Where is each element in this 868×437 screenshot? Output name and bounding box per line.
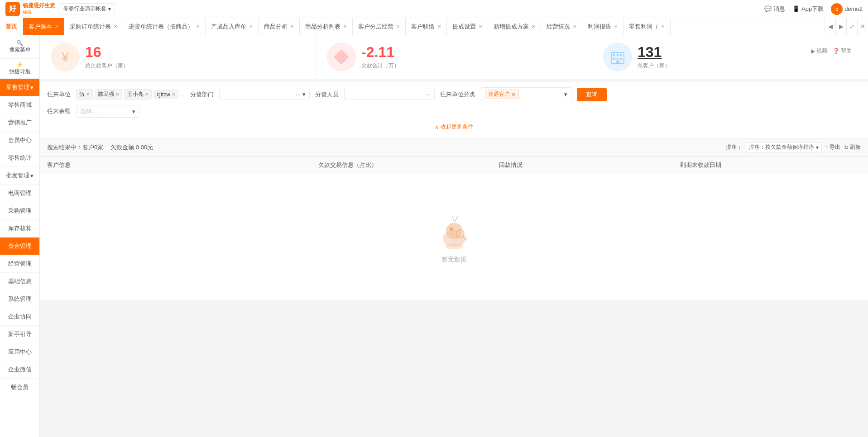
tag-close-wu[interactable]: ✕ xyxy=(86,92,90,97)
sidebar-quick-nav[interactable]: ⚡ 快捷导航 xyxy=(0,59,39,79)
tab-close-icon[interactable]: ✕ xyxy=(573,24,576,29)
tab-close-icon[interactable]: ✕ xyxy=(532,24,535,29)
tab-home[interactable]: 首页 xyxy=(0,18,23,35)
sidebar-item-finance[interactable]: 资金管理 xyxy=(0,238,39,255)
tab-close-icon[interactable]: ✕ xyxy=(396,24,400,29)
sidebar-item-basic-info[interactable]: 基础信息 xyxy=(0,273,39,290)
nav-close-all-btn[interactable]: ✕ xyxy=(857,18,868,35)
tab-operation-status[interactable]: 经营情况 ✕ xyxy=(541,18,582,35)
filter-balance-select[interactable]: 选择... ▾ xyxy=(76,105,139,118)
sidebar-item-ecommerce[interactable]: 电商管理 xyxy=(0,185,39,202)
results-summary: 搜索结果中：客户0家 欠款金额 0.00元 xyxy=(47,143,153,152)
refresh-btn[interactable]: ↻ 刷新 xyxy=(844,143,861,151)
tab-close-icon[interactable]: ✕ xyxy=(479,24,482,29)
sidebar-item-wechat-work[interactable]: 企业微信 xyxy=(0,361,39,379)
filter-person-select[interactable]: ··· xyxy=(344,89,435,100)
sidebar-item-marketing[interactable]: 营销推广 xyxy=(0,114,39,132)
nav-arrows: ◀ ▶ ⤢ ✕ xyxy=(825,18,868,35)
tab-close-icon[interactable]: ✕ xyxy=(437,24,441,29)
tab-new-remind[interactable]: 新增提成方案 ✕ xyxy=(488,18,541,35)
sidebar-item-operation-mgmt[interactable]: 经营管理 xyxy=(0,255,39,273)
sidebar-item-retail-stat[interactable]: 零售统计 xyxy=(0,149,39,167)
nav-expand-btn[interactable]: ⤢ xyxy=(846,18,857,35)
filter-balance-label: 往来余额 xyxy=(47,107,71,115)
sidebar-item-inventory[interactable]: 库存核算 xyxy=(0,220,39,238)
tab-close-icon[interactable]: ✕ xyxy=(614,24,618,29)
filter-unit-tags: 伍 ✕ 陈民强 ✕ 王小亮 ✕ cjttcw ✕ ... xyxy=(76,89,185,100)
tab-close-icon[interactable]: ✕ xyxy=(196,24,200,29)
sidebar-item-purchase-mgmt[interactable]: 采购管理 xyxy=(0,202,39,220)
help-btn[interactable]: ❓ 帮助 xyxy=(833,47,852,55)
sidebar-item-retail-mall[interactable]: 零售商城 xyxy=(0,96,39,114)
tab-customer-tier[interactable]: 客户分层经营 ✕ xyxy=(353,18,406,35)
chevron-down-icon: ▾ xyxy=(108,6,111,12)
chevron-icon: ▾ xyxy=(30,172,34,179)
svg-rect-5 xyxy=(613,58,615,60)
tag-close-chen[interactable]: ✕ xyxy=(115,92,119,97)
tab-retail-profit[interactable]: 零售利润（ ✕ xyxy=(623,18,671,35)
results-amount-text: 欠款金额 0.00元 xyxy=(110,143,153,152)
play-icon: ▶ xyxy=(811,48,815,54)
sidebar-item-retail-mgmt[interactable]: 零售管理 ▾ xyxy=(0,79,39,96)
filter-row-2: 往来余额 选择... ▾ xyxy=(47,105,861,118)
tab-close-icon[interactable]: ✕ xyxy=(343,24,347,29)
tag-close-normal[interactable]: ✕ xyxy=(511,91,516,98)
tab-close-icon[interactable]: ✕ xyxy=(661,24,665,29)
tab-purchase-order[interactable]: 采购订单统计表 ✕ xyxy=(64,18,123,35)
tab-customer-book[interactable]: 客户账本 ✕ xyxy=(23,18,64,35)
stats-row: ¥ 16 总欠款客户（家） -2.1 xyxy=(40,35,868,79)
filter-more-btn[interactable]: ... xyxy=(180,91,185,98)
tag-close-wang[interactable]: ✕ xyxy=(145,92,149,97)
tab-stock-stat[interactable]: 进货单统计表（按商品） ✕ xyxy=(123,18,206,35)
sidebar-item-new-guide[interactable]: 新手引导 xyxy=(0,326,39,343)
stat-content-credit: 16 总欠款客户（家） xyxy=(85,44,129,70)
top-bar-right: 💬 消息 📱 App下载 d demo2 xyxy=(764,3,863,15)
tab-close-icon[interactable]: ✕ xyxy=(249,24,253,29)
tab-cost-stock[interactable]: 产成品入库单 ✕ xyxy=(206,18,259,35)
user-avatar-area[interactable]: d demo2 xyxy=(831,3,863,15)
filter-tag-wang: 王小亮 ✕ xyxy=(124,89,152,100)
filter-person-label: 分管人员 xyxy=(315,90,339,99)
export-icon: ↑ xyxy=(825,144,828,151)
tab-close-icon[interactable]: ✕ xyxy=(55,24,58,29)
filter-dept-select[interactable]: ··· ▾ xyxy=(219,89,310,100)
tab-profit-report[interactable]: 利润报告 ✕ xyxy=(582,18,623,35)
building-icon xyxy=(609,49,626,65)
tab-close-icon[interactable]: ✕ xyxy=(114,24,117,29)
tab-goods-analysis-list[interactable]: 商品分析列表 ✕ xyxy=(300,18,353,35)
sidebar-search[interactable]: 🔍 搜索菜单 xyxy=(0,35,39,59)
sort-select[interactable]: 排序：按欠款金额倒序排序 ▾ xyxy=(746,142,822,152)
sidebar-item-corp-collab[interactable]: 企业协同 xyxy=(0,308,39,326)
ellipsis-icon: ··· xyxy=(426,91,431,98)
filter-tag-wu: 伍 ✕ xyxy=(76,89,93,100)
tag-close-cjttcw[interactable]: ✕ xyxy=(172,92,175,97)
sidebar-item-app-center[interactable]: 应用中心 xyxy=(0,343,39,361)
tab-close-icon[interactable]: ✕ xyxy=(290,24,294,29)
export-btn[interactable]: ↑ 导出 xyxy=(825,143,840,151)
tab-customer-contact[interactable]: 客户联络 ✕ xyxy=(406,18,447,35)
nav-next-btn[interactable]: ▶ xyxy=(835,18,846,35)
stat-card-credit-amount: -2.11 欠款合计（万） xyxy=(316,35,592,79)
video-btn[interactable]: ▶ 视频 xyxy=(811,47,827,55)
sidebar-item-member-vip[interactable]: 畅会员 xyxy=(0,379,39,396)
collapse-btn[interactable]: ∧ 收起更多条件 xyxy=(47,121,861,133)
store-select[interactable]: 母婴行业演示帐套 ▾ xyxy=(59,3,115,14)
results-bar: 搜索结果中：客户0家 欠款金额 0.00元 排序： 排序：按欠款金额倒序排序 ▾… xyxy=(40,138,868,157)
sidebar-item-batch-mgmt[interactable]: 批发管理 ▾ xyxy=(0,167,39,185)
sidebar-item-member[interactable]: 会员中心 xyxy=(0,132,39,149)
logo-icon: 好 xyxy=(5,2,20,16)
data-table: 客户信息 欠款交易信息（占比） 回款情况 到期未收款日期 xyxy=(40,157,868,300)
query-button[interactable]: 查询 xyxy=(577,88,607,101)
tab-goods-analysis[interactable]: 商品分析 ✕ xyxy=(259,18,300,35)
svg-rect-7 xyxy=(620,58,622,60)
filter-tag-chen: 陈民强 ✕ xyxy=(95,89,122,100)
app-download-btn[interactable]: 📱 App下载 xyxy=(792,5,824,13)
tab-reminder-setting[interactable]: 提成设置 ✕ xyxy=(447,18,488,35)
filter-tag-cjttcw: cjttcw ✕ xyxy=(153,90,178,99)
nav-prev-btn[interactable]: ◀ xyxy=(825,18,835,35)
stat-label-total: 总客户（家） xyxy=(638,62,670,70)
sidebar-item-system-mgmt[interactable]: 系统管理 xyxy=(0,290,39,308)
col-customer-info: 客户信息 xyxy=(47,161,318,169)
message-btn[interactable]: 💬 消息 xyxy=(764,5,785,13)
filter-unit-type-select[interactable]: 普通客户 ✕ ▾ xyxy=(481,87,571,101)
